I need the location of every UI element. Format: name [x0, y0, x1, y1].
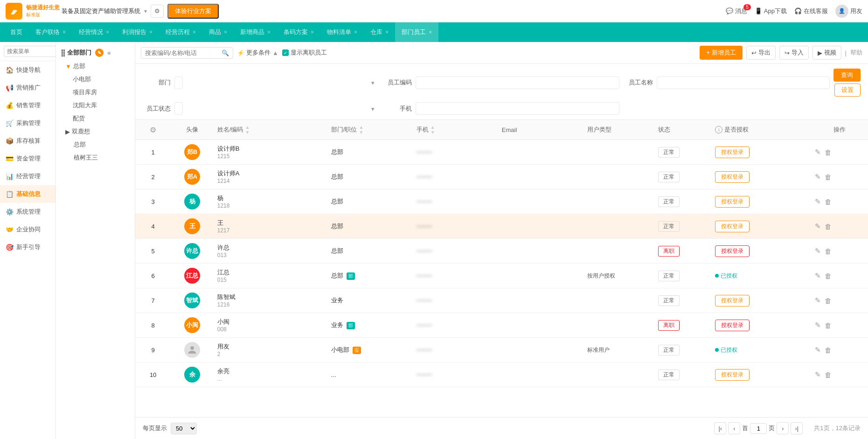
edit-button[interactable]: ✎	[815, 197, 821, 206]
dept-subnode-project[interactable]: 项目库房	[56, 86, 135, 99]
dept-subnode-shenyang[interactable]: 沈阳大库	[56, 99, 135, 112]
delete-button[interactable]: 🗑	[825, 247, 832, 255]
auth-button[interactable]: 授权登录	[715, 320, 750, 331]
tab-employees[interactable]: 部门员工×	[395, 22, 438, 42]
auth-button[interactable]: 授权登录	[715, 369, 750, 381]
tab-addgoods[interactable]: 新增商品×	[234, 22, 277, 42]
delete-button[interactable]: 🗑	[825, 321, 832, 329]
auth-button[interactable]: 授权登录	[715, 146, 750, 158]
dept-node-shuanglu[interactable]: ▶ 双鹿想	[56, 125, 135, 138]
prev-page-btn[interactable]: ‹	[728, 422, 740, 434]
add-employee-button[interactable]: + 新增员工	[700, 46, 742, 60]
last-page-btn[interactable]: ›|	[791, 422, 803, 434]
search-button[interactable]: 查询	[833, 69, 861, 82]
sidebar-item-purchase[interactable]: 🛒 采购管理	[0, 114, 56, 132]
sidebar-item-marketing[interactable]: 📢 营销推广	[0, 79, 56, 97]
close-icon[interactable]: ×	[429, 29, 432, 35]
close-icon[interactable]: ×	[149, 29, 153, 35]
auth-button[interactable]: 授权登录	[715, 221, 750, 232]
auth-button[interactable]: 授权登录	[715, 245, 750, 257]
close-icon[interactable]: ×	[385, 29, 389, 35]
filter-more-btn[interactable]: ⚡ 更多条件 ▲	[237, 49, 278, 57]
page-input[interactable]	[750, 423, 767, 434]
status-select[interactable]	[174, 102, 183, 115]
edit-button[interactable]: ✎	[815, 173, 821, 181]
dept-sort-btn[interactable]: 部门/职位 ▲▼	[331, 125, 409, 135]
sidebar-item-guide[interactable]: 🎯 新手引导	[0, 238, 56, 256]
sidebar-item-sales[interactable]: 💰 销售管理	[0, 97, 56, 114]
tab-barcode[interactable]: 条码方案×	[277, 22, 320, 42]
online-service-btn[interactable]: 🎧 在线客服	[794, 7, 828, 15]
close-icon[interactable]: ×	[224, 29, 227, 35]
edit-button[interactable]: ✎	[815, 272, 821, 280]
edit-button[interactable]: ✎	[815, 296, 821, 305]
settings-gear[interactable]: ⚙	[151, 5, 164, 18]
edit-button[interactable]: ✎	[815, 321, 821, 329]
first-page-btn[interactable]: |‹	[714, 422, 726, 434]
show-resigned-toggle[interactable]: ✓ 显示离职员工	[282, 49, 327, 57]
user-area[interactable]: 👤 用友	[835, 5, 862, 18]
close-icon[interactable]: ×	[311, 29, 314, 35]
delete-button[interactable]: 🗑	[825, 148, 832, 156]
dept-select[interactable]	[174, 77, 183, 89]
dept-node-zongbu[interactable]: ▼ 总部	[56, 60, 135, 73]
sidebar-item-quicknav[interactable]: 🏠 快捷导航	[0, 61, 56, 79]
sidebar-item-business[interactable]: 📊 经营管理	[0, 167, 56, 185]
tab-operation[interactable]: 经营情况×	[72, 22, 116, 42]
phone-input[interactable]	[416, 102, 619, 115]
code-input[interactable]	[416, 77, 619, 89]
trial-button[interactable]: 体验行业方案	[167, 4, 219, 19]
sidebar-item-system[interactable]: ⚙️ 系统管理	[0, 203, 56, 221]
message-btn[interactable]: 💬 消息 5	[726, 7, 747, 15]
dept-collapse-btn[interactable]: «	[107, 49, 111, 56]
next-page-btn[interactable]: ›	[777, 422, 789, 434]
sidebar-item-collab[interactable]: 🤝 企业协同	[0, 221, 56, 238]
dept-subnode-xiaodian[interactable]: 小电部	[56, 73, 135, 86]
close-icon[interactable]: ×	[106, 29, 109, 35]
auth-button[interactable]: 授权登录	[715, 171, 750, 183]
edit-button[interactable]: ✎	[815, 222, 821, 230]
tab-bom[interactable]: 物料清单×	[320, 22, 364, 42]
delete-button[interactable]: 🗑	[825, 173, 832, 181]
dept-node-zongbu2[interactable]: 总部	[56, 138, 135, 151]
import-button[interactable]: ↪ 导入	[779, 46, 809, 60]
name-sort-btn[interactable]: 姓名/编码 ▲▼	[217, 125, 324, 135]
app-download-btn[interactable]: 📱 App下载	[755, 7, 787, 15]
tab-customer[interactable]: 客户联络×	[29, 22, 72, 42]
edit-button[interactable]: ✎	[815, 346, 821, 354]
edit-button[interactable]: ✎	[815, 370, 821, 379]
phone-sort-btn[interactable]: 手机 ▲▼	[417, 125, 494, 135]
sidebar-item-inventory[interactable]: 📦 库存核算	[0, 132, 56, 150]
tab-home[interactable]: 首页	[4, 22, 29, 42]
dept-subnode-peihuo[interactable]: 配货	[56, 112, 135, 125]
dept-node-zhishu[interactable]: 植树王三	[56, 151, 135, 164]
page-size-select[interactable]: 50 20 100	[171, 423, 197, 434]
sidebar-search-input[interactable]	[4, 46, 56, 57]
auth-button[interactable]: 授权登录	[715, 196, 750, 208]
delete-button[interactable]: 🗑	[825, 198, 832, 206]
delete-button[interactable]: 🗑	[825, 371, 832, 379]
edit-button[interactable]: ✎	[815, 247, 821, 255]
tab-profit[interactable]: 利润报告×	[116, 22, 159, 42]
auth-info-icon[interactable]: i	[715, 126, 722, 133]
delete-button[interactable]: 🗑	[825, 346, 832, 354]
edit-button[interactable]: ✎	[815, 148, 821, 156]
close-icon[interactable]: ×	[354, 29, 357, 35]
search-input[interactable]	[145, 49, 220, 56]
delete-button[interactable]: 🗑	[825, 272, 832, 280]
close-icon[interactable]: ×	[62, 29, 66, 35]
sidebar-item-finance[interactable]: 💳 资金管理	[0, 150, 56, 167]
close-icon[interactable]: ×	[193, 29, 196, 35]
export-button[interactable]: ↩ 导出	[746, 46, 776, 60]
filter-settings-button[interactable]: 设置	[834, 84, 861, 97]
system-dropdown-icon[interactable]: ▾	[144, 8, 147, 14]
tab-warehouse[interactable]: 仓库×	[364, 22, 395, 42]
view-button[interactable]: ▶ 视频	[812, 46, 841, 60]
auth-button[interactable]: 授权登录	[715, 295, 750, 307]
close-icon[interactable]: ×	[267, 29, 271, 35]
delete-button[interactable]: 🗑	[825, 223, 832, 230]
delete-button[interactable]: 🗑	[825, 297, 832, 305]
help-link[interactable]: 帮助	[850, 49, 862, 57]
tab-history[interactable]: 经营历程×	[159, 22, 202, 42]
tab-goods[interactable]: 商品×	[202, 22, 234, 42]
